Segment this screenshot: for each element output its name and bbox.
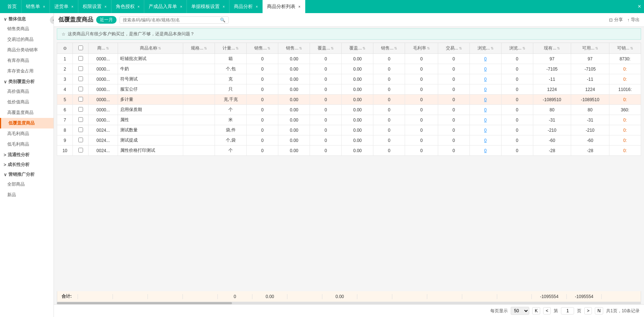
- nav-tab-product-stock[interactable]: 产成品入库单 ×: [144, 0, 187, 13]
- sidebar-item-low-value[interactable]: 低价值商品: [0, 97, 54, 107]
- checkbox-column-header[interactable]: [73, 43, 89, 54]
- col-header-view2[interactable]: 浏览...⇅: [501, 43, 533, 54]
- close-icon[interactable]: ×: [138, 5, 140, 9]
- close-all-tabs-button[interactable]: ×: [638, 3, 641, 10]
- row-avail-qty: -11: [571, 74, 609, 84]
- sidebar-section-category-coverage[interactable]: ∨ 类别覆盖分析: [0, 76, 54, 86]
- first-page-button[interactable]: K: [532, 307, 540, 314]
- row-checkbox[interactable]: [73, 95, 89, 105]
- row-view1[interactable]: 0: [470, 95, 501, 105]
- row-view1[interactable]: 0: [470, 84, 501, 95]
- col-header-gross-rate[interactable]: 毛利率⇅: [405, 43, 438, 54]
- row-checkbox[interactable]: [73, 84, 89, 95]
- row-view1[interactable]: 0: [470, 54, 501, 64]
- next-page-button[interactable]: >: [584, 307, 592, 314]
- sidebar-item-new-goods[interactable]: 新品: [0, 190, 54, 200]
- col-header-name[interactable]: 商品名称⇅: [118, 43, 183, 54]
- col-header-cover1[interactable]: 覆盖...⇅: [310, 43, 342, 54]
- sidebar-section-growth[interactable]: > 成长性分析: [0, 159, 54, 169]
- row-select-checkbox[interactable]: [78, 138, 83, 142]
- close-icon[interactable]: ×: [180, 5, 182, 9]
- share-button[interactable]: ⊡ 分享: [609, 17, 623, 23]
- table-container[interactable]: ⚙ 商...⇅ 商品名称⇅ 规格...⇅ 计量...⇅ 销售...⇅ 销售...…: [54, 41, 644, 291]
- nav-tab-sales[interactable]: 销售单 ×: [21, 0, 50, 13]
- settings-column-header[interactable]: ⚙: [57, 43, 73, 54]
- sidebar-section-marketing[interactable]: ∨ 营销推广分析: [0, 169, 54, 179]
- sidebar-item-low-margin[interactable]: 低毛利商品: [0, 139, 54, 150]
- row-checkbox[interactable]: [73, 105, 89, 115]
- row-select-checkbox[interactable]: [78, 127, 83, 132]
- sidebar-item-high-value[interactable]: 高价值商品: [0, 86, 54, 97]
- col-header-code[interactable]: 商...⇅: [88, 43, 118, 54]
- row-select-checkbox[interactable]: [78, 66, 83, 71]
- row-checkbox[interactable]: [73, 64, 89, 74]
- row-select-checkbox[interactable]: [78, 76, 83, 81]
- col-header-sales-qty[interactable]: 销售...⇅: [247, 43, 278, 54]
- col-header-unit[interactable]: 计量...⇅: [215, 43, 247, 54]
- nav-tab-analysis[interactable]: 商品分析 ×: [229, 0, 263, 13]
- row-checkbox[interactable]: [73, 146, 89, 156]
- select-all-checkbox[interactable]: [78, 45, 83, 50]
- row-select-checkbox[interactable]: [78, 97, 83, 102]
- row-avail-qty: -28: [571, 146, 609, 156]
- close-icon[interactable]: ×: [256, 5, 258, 9]
- row-checkbox[interactable]: [73, 115, 89, 125]
- row-checkbox[interactable]: [73, 54, 89, 64]
- row-view1[interactable]: 0: [470, 105, 501, 115]
- nav-tab-permission[interactable]: 权限设置 ×: [78, 0, 111, 13]
- row-select-checkbox[interactable]: [78, 117, 83, 122]
- filter-period-button[interactable]: 近一月: [96, 16, 117, 24]
- sidebar-item-stocked-goods[interactable]: 有库存商品: [0, 55, 54, 66]
- sidebar-item-high-coverage[interactable]: 高覆盖度商品: [0, 107, 54, 118]
- sidebar-section-liquidity[interactable]: > 流通性分析: [0, 150, 54, 159]
- nav-tab-role[interactable]: 角色授权 ×: [111, 0, 145, 13]
- row-select-checkbox[interactable]: [78, 87, 83, 91]
- sidebar-item-sales-goods[interactable]: 销售类商品: [0, 24, 54, 34]
- row-code: 0024...: [88, 125, 118, 135]
- col-header-sales-amt[interactable]: 销售...⇅: [278, 43, 310, 54]
- sidebar-item-traded-goods[interactable]: 交易过的商品: [0, 34, 54, 45]
- row-view1[interactable]: 0: [470, 135, 501, 146]
- close-icon[interactable]: ×: [223, 5, 225, 9]
- row-select-checkbox[interactable]: [78, 148, 83, 152]
- close-icon[interactable]: ×: [105, 5, 107, 9]
- row-view1[interactable]: 0: [470, 146, 501, 156]
- row-select-checkbox[interactable]: [78, 107, 83, 112]
- col-header-current-qty[interactable]: 现有...⇅: [533, 43, 571, 54]
- close-icon[interactable]: ×: [298, 5, 301, 9]
- row-checkbox[interactable]: [73, 74, 89, 84]
- nav-tab-home[interactable]: 首页: [3, 0, 21, 13]
- row-view1[interactable]: 0: [470, 74, 501, 84]
- nav-tab-analysis-list[interactable]: 商品分析列表 ×: [263, 0, 305, 13]
- row-view1[interactable]: 0: [470, 64, 501, 74]
- search-input[interactable]: [123, 17, 220, 23]
- row-checkbox[interactable]: [73, 135, 89, 146]
- row-view1[interactable]: 0: [470, 125, 501, 135]
- sidebar-item-all-goods[interactable]: 全部商品: [0, 179, 54, 190]
- col-header-sales3[interactable]: 销售...⇅: [373, 43, 405, 54]
- col-header-spec[interactable]: 规格...⇅: [183, 43, 215, 54]
- row-checkbox[interactable]: [73, 125, 89, 135]
- footer-cell-empty7: [392, 294, 427, 299]
- close-icon[interactable]: ×: [43, 5, 45, 9]
- export-button[interactable]: ↑ 导出: [627, 17, 640, 23]
- sidebar-item-high-margin[interactable]: 高毛利商品: [0, 128, 54, 139]
- sidebar-item-category-rate[interactable]: 商品分类动销率: [0, 45, 54, 55]
- prev-page-button[interactable]: <: [543, 307, 551, 314]
- last-page-button[interactable]: N: [595, 307, 603, 314]
- per-page-select[interactable]: 50 10 20 100: [511, 307, 529, 315]
- page-input[interactable]: [561, 307, 574, 314]
- nav-tab-purchase[interactable]: 进货单 ×: [50, 0, 78, 13]
- sidebar-item-stock-capital[interactable]: 库存资金占用: [0, 66, 54, 76]
- col-header-trade[interactable]: 交易...⇅: [438, 43, 470, 54]
- sidebar-item-low-coverage[interactable]: 低覆盖度商品: [0, 118, 54, 128]
- col-header-cover2[interactable]: 覆盖...⇅: [342, 43, 373, 54]
- sidebar-section-overview[interactable]: ∨ 整体信息: [0, 13, 54, 24]
- nav-tab-template[interactable]: 单据模板设置 ×: [187, 0, 229, 13]
- row-view1[interactable]: 0: [470, 115, 501, 125]
- col-header-view1[interactable]: 浏览...⇅: [470, 43, 501, 54]
- row-select-checkbox[interactable]: [78, 56, 83, 61]
- close-icon[interactable]: ×: [71, 5, 74, 9]
- col-header-avail-qty[interactable]: 可用...⇅: [571, 43, 609, 54]
- col-header-sale-avail[interactable]: 可销...⇅: [609, 43, 641, 54]
